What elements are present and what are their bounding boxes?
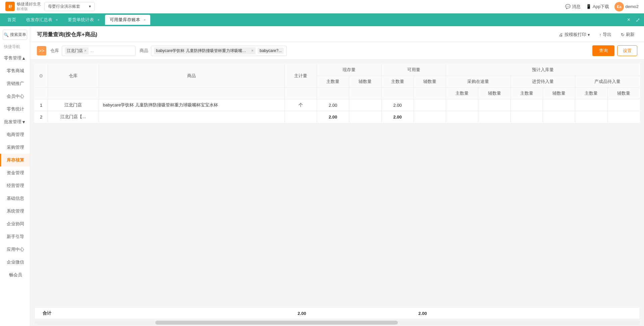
sidebar-item-enterprise-collab[interactable]: 企业协同 [0, 218, 30, 230]
cell-stock-main-2: 2.00 [317, 111, 349, 123]
refresh-label: 刷新 [626, 32, 635, 38]
logo-icon: 好 [5, 2, 15, 11]
page-header: 可用量查询(按仓库+商品) 🖨 按模板打印 ▾ ↑ 导出 ↻ 刷新 [30, 26, 644, 42]
refresh-btn[interactable]: ↻ 刷新 [618, 30, 637, 39]
footer-avail-main: 2.00 [409, 311, 436, 316]
warehouse-filter-input[interactable]: 江北门店 × ... [62, 46, 136, 56]
sidebar-item-retail-stats[interactable]: 零售统计 [0, 103, 30, 115]
cell-avail-aux-1 [414, 99, 446, 111]
content-area: 可用量查询(按仓库+商品) 🖨 按模板打印 ▾ ↑ 导出 ↻ 刷新 [30, 26, 644, 326]
tab-available-stock[interactable]: 可用量库存账本 × [105, 15, 150, 25]
footer-label: 合计 [39, 310, 89, 316]
sidebar-item-member-center[interactable]: 会员中心 [0, 90, 30, 103]
th-settings[interactable]: ⚙ [35, 64, 48, 88]
cell-purchase-main-2 [446, 111, 478, 123]
cell-inbound-aux-1 [543, 99, 575, 111]
product-filter-label: 商品 [140, 48, 148, 54]
cell-unit-1: 个 [284, 99, 317, 111]
sidebar-item-enterprise-wechat[interactable]: 企业微信 [0, 256, 30, 269]
filter-bar: >> 仓库 江北门店 × ... 商品 babycare学饮杯 儿童防摔防撞吸管… [30, 42, 644, 60]
product-tag-1-remove[interactable]: × [251, 48, 254, 53]
sidebar-item-wholesale-mgmt[interactable]: 批发管理 ▼ [0, 115, 30, 128]
table-area: ⚙ 仓库 商品 主计量 现存量 可用量 预计入库量 主数量 辅数量 主数量 辅数… [30, 60, 644, 307]
scrollbar-thumb[interactable] [155, 321, 397, 325]
app-download-btn[interactable]: 📱 App下载 [586, 4, 609, 10]
export-btn[interactable]: ↑ 导出 [597, 30, 614, 39]
print-btn[interactable]: 🖨 按模板打印 ▾ [556, 30, 593, 39]
sidebar-item-retail-mall[interactable]: 零售商城 [0, 64, 30, 77]
cell-warehouse-2: 江北门店【... [48, 111, 99, 123]
th-empty-am [381, 88, 414, 99]
search-icon: 🔍 [4, 33, 9, 37]
cell-seq-1: 1 [35, 99, 48, 111]
industry-label: 母婴行业演示账套 [48, 4, 80, 9]
expand-filter-btn[interactable]: >> [37, 46, 46, 55]
cell-prod-main-1 [575, 99, 607, 111]
user-area[interactable]: Ea demo2 [614, 2, 639, 11]
horizontal-scrollbar[interactable] [34, 321, 640, 325]
sidebar-item-finance-mgmt[interactable]: 资金管理 [0, 167, 30, 179]
close-all-tabs-btn[interactable]: × [626, 15, 632, 24]
tab-available-stock-close[interactable]: × [144, 18, 146, 22]
tab-order-stats[interactable]: 要货单统计表 × [63, 15, 104, 25]
export-label: 导出 [603, 32, 611, 38]
tab-home[interactable]: 首页 [3, 15, 21, 25]
sidebar-item-system-mgmt[interactable]: 系统管理 [0, 205, 30, 218]
th-avail-main-qty: 主数量 [381, 76, 414, 88]
sidebar-item-retail-mgmt[interactable]: 零售管理 ▲ [0, 52, 30, 64]
th-purchase-main: 主数量 [446, 88, 478, 99]
top-bar-right: 💬 消息 📱 App下载 Ea demo2 [565, 2, 639, 11]
printer-icon: 🖨 [559, 32, 563, 37]
page-title: 可用量查询(按仓库+商品) [37, 31, 97, 38]
print-arrow-icon: ▾ [588, 32, 590, 37]
sidebar-item-operations-mgmt[interactable]: 经营管理 [0, 179, 30, 192]
cell-purchase-aux-1 [478, 99, 511, 111]
sidebar-item-basic-info[interactable]: 基础信息 [0, 192, 30, 205]
product-tag-1: babycare学饮杯 儿童防摔防撞吸管杯重力球吸嘴杯宝宝水杯 × [154, 47, 256, 54]
cell-avail-aux-2 [414, 111, 446, 123]
sidebar-item-ecommerce[interactable]: 电商管理 [0, 128, 30, 141]
tab-receipts-close[interactable]: × [56, 18, 58, 22]
th-empty-aa [414, 88, 446, 99]
table-row: 1 江北门店 babycare学饮杯 儿童防摔防撞吸管杯重力球吸嘴杯宝宝水杯 个… [35, 99, 640, 111]
tab-order-stats-close[interactable]: × [97, 18, 99, 22]
cell-inbound-main-1 [511, 99, 543, 111]
sidebar-item-marketing[interactable]: 营销推广 [0, 77, 30, 90]
table-row: 2 江北门店【... 2.00 2.00 [35, 111, 640, 123]
th-available-qty: 可用量 [381, 64, 446, 76]
filter-actions: 查询 设置 [592, 45, 637, 56]
warehouse-tag-remove[interactable]: × [84, 48, 87, 53]
message-btn[interactable]: 💬 消息 [565, 4, 581, 10]
query-btn[interactable]: 查询 [592, 45, 614, 56]
sidebar-item-purchase-mgmt[interactable]: 采购管理 [0, 141, 30, 154]
tab-receipts[interactable]: 收发存汇总表 × [21, 15, 62, 25]
warehouse-ellipsis[interactable]: ... [91, 48, 94, 53]
cell-avail-main-1: 2.00 [381, 99, 414, 111]
quick-nav-label[interactable]: 快捷导航 [0, 42, 30, 52]
nav-tabs-bar: 首页 收发存汇总表 × 要货单统计表 × 可用量库存账本 × × ⤢ [0, 13, 644, 26]
cell-warehouse-1: 江北门店 [48, 99, 99, 111]
cell-purchase-main-1 [446, 99, 478, 111]
th-prod-main: 主数量 [575, 88, 607, 99]
footer-stock-main: 2.00 [288, 311, 315, 316]
th-empty-warehouse [48, 88, 99, 99]
sidebar: 🔍 搜索菜单 快捷导航 零售管理 ▲ 零售商城 营销推广 会员中心 零售统计 批… [0, 26, 30, 326]
expand-icon: >> [39, 48, 44, 53]
sidebar-item-app-center[interactable]: 应用中心 [0, 243, 30, 256]
cell-inbound-main-2 [511, 111, 543, 123]
product-filter-input[interactable]: babycare学饮杯 儿童防摔防撞吸管杯重力球吸嘴杯宝宝水杯 × babyca… [151, 46, 287, 56]
sidebar-item-new-guide[interactable]: 新手引导 [0, 230, 30, 243]
industry-selector[interactable]: 母婴行业演示账套 ▾ [44, 2, 95, 11]
top-bar: 好 畅捷通好生意 标准版 母婴行业演示账套 ▾ 💬 消息 📱 App下载 Ea … [0, 0, 644, 13]
message-label: 消息 [572, 4, 581, 10]
sidebar-item-member[interactable]: 畅会员 [0, 269, 30, 281]
th-empty-product [99, 88, 284, 99]
product-tag-2: babycare?... [258, 48, 284, 54]
th-current-stock: 现存量 [317, 64, 381, 76]
sidebar-item-inventory-check[interactable]: 库存核算 [0, 154, 30, 167]
expand-btn[interactable]: ⤢ [634, 15, 641, 25]
top-bar-left: 好 畅捷通好生意 标准版 母婴行业演示账套 ▾ [5, 2, 95, 11]
settings-btn[interactable]: 设置 [617, 45, 637, 56]
sidebar-search-area: 🔍 搜索菜单 [0, 26, 30, 42]
search-menu-btn[interactable]: 🔍 搜索菜单 [3, 30, 27, 40]
